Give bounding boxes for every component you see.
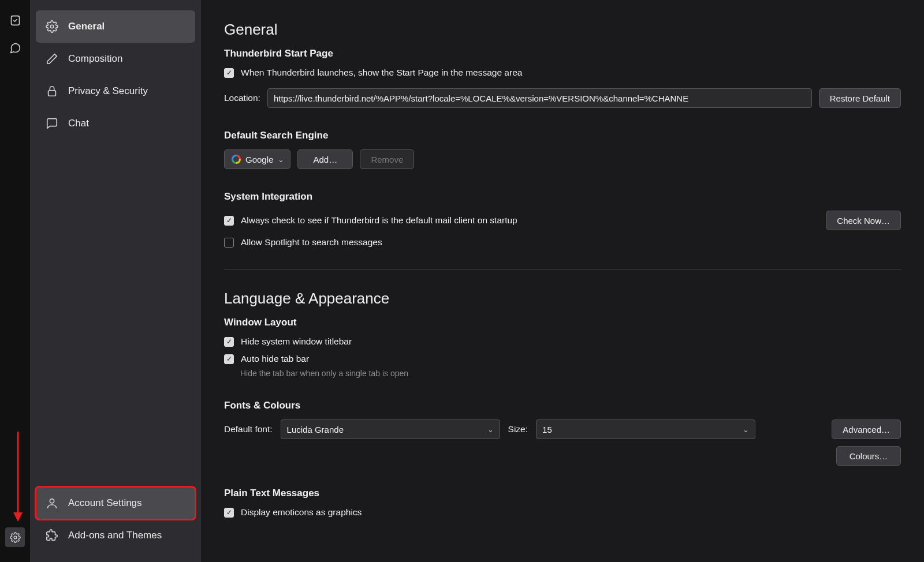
sidebar-item-addons[interactable]: Add-ons and Themes [36,519,195,552]
system-integration-section: System Integration ✓ Always check to see… [224,191,901,248]
gear-icon [45,20,59,33]
search-engine-value: Google [245,155,273,164]
plain-text-heading: Plain Text Messages [224,488,901,499]
chat-icon[interactable] [5,38,25,58]
default-font-select[interactable]: Lucida Grande ⌄ [281,419,500,439]
sidebar-label: Chat [68,118,89,129]
spotlight-checkbox[interactable] [224,238,234,248]
lock-icon [45,84,59,98]
search-engine-heading: Default Search Engine [224,130,901,141]
sidebar-item-privacy[interactable]: Privacy & Security [36,75,195,107]
start-page-section: Thunderbird Start Page ✓ When Thunderbir… [224,48,901,108]
start-page-heading: Thunderbird Start Page [224,48,901,59]
search-engine-section: Default Search Engine Google ⌄ Add… Remo… [224,130,901,169]
sidebar-item-chat[interactable]: Chat [36,107,195,140]
font-size-select[interactable]: 15 ⌄ [536,419,755,439]
sidebar-item-account-settings[interactable]: Account Settings [36,487,195,519]
svg-point-4 [50,25,54,28]
google-logo-icon [232,155,241,164]
settings-content: General Thunderbird Start Page ✓ When Th… [201,0,924,562]
remove-engine-button[interactable]: Remove [360,149,414,169]
restore-default-button[interactable]: Restore Default [819,88,901,108]
rail-settings-icon[interactable] [5,527,25,547]
window-layout-section: Window Layout ✓ Hide system window title… [224,317,901,378]
emoticons-label: Display emoticons as graphics [241,507,362,518]
svg-point-6 [50,499,54,503]
puzzle-icon [45,529,59,542]
default-font-value: Lucida Grande [287,425,344,434]
plain-text-section: Plain Text Messages ✓ Display emoticons … [224,488,901,518]
section-title-general: General [224,21,901,39]
speech-bubble-icon [45,117,59,130]
start-page-checkbox-label: When Thunderbird launches, show the Star… [241,68,522,78]
default-mail-label: Always check to see if Thunderbird is th… [241,215,517,226]
sidebar-item-general[interactable]: General [36,10,195,43]
section-title-appearance: Language & Appearance [224,290,901,308]
sidebar-item-composition[interactable]: Composition [36,43,195,75]
search-engine-select[interactable]: Google ⌄ [224,149,290,169]
hide-titlebar-label: Hide system window titlebar [241,336,352,347]
annotation-arrow [11,432,25,523]
check-now-button[interactable]: Check Now… [826,211,901,230]
chevron-down-icon: ⌄ [487,425,494,434]
add-engine-button[interactable]: Add… [297,149,353,169]
font-size-value: 15 [542,425,552,434]
default-font-label: Default font: [224,424,273,434]
tasks-icon[interactable] [5,10,25,30]
settings-sidebar: General Composition Privacy & Security C… [30,0,201,562]
fonts-advanced-button[interactable]: Advanced… [832,419,901,439]
auto-hide-tab-label: Auto hide tab bar [241,354,309,364]
app-icon-rail [0,0,30,562]
sidebar-label: Account Settings [68,497,142,509]
pencil-icon [45,52,59,66]
auto-hide-tab-hint: Hide the tab bar when only a single tab … [224,369,901,378]
font-size-label: Size: [508,424,528,434]
window-layout-heading: Window Layout [224,317,901,328]
system-integration-heading: System Integration [224,191,901,203]
sidebar-label: Add-ons and Themes [68,530,162,541]
svg-rect-5 [49,91,56,96]
fonts-colours-heading: Fonts & Colours [224,400,901,411]
location-label: Location: [224,93,260,103]
account-icon [45,496,59,510]
sidebar-label: General [68,21,105,32]
colours-button[interactable]: Colours… [836,446,901,466]
location-input[interactable] [267,88,812,108]
emoticons-checkbox[interactable]: ✓ [224,508,234,518]
fonts-colours-section: Fonts & Colours Default font: Lucida Gra… [224,400,901,466]
section-divider [224,269,901,270]
spotlight-label: Allow Spotlight to search messages [241,237,382,248]
svg-marker-3 [13,512,23,522]
chevron-down-icon: ⌄ [743,425,749,434]
svg-point-1 [14,536,17,539]
chevron-down-icon: ⌄ [278,155,284,164]
start-page-checkbox[interactable]: ✓ [224,68,234,78]
auto-hide-tab-checkbox[interactable]: ✓ [224,354,234,364]
hide-titlebar-checkbox[interactable]: ✓ [224,337,234,347]
sidebar-label: Privacy & Security [68,85,148,97]
default-mail-checkbox[interactable]: ✓ [224,216,234,226]
sidebar-label: Composition [68,53,123,65]
